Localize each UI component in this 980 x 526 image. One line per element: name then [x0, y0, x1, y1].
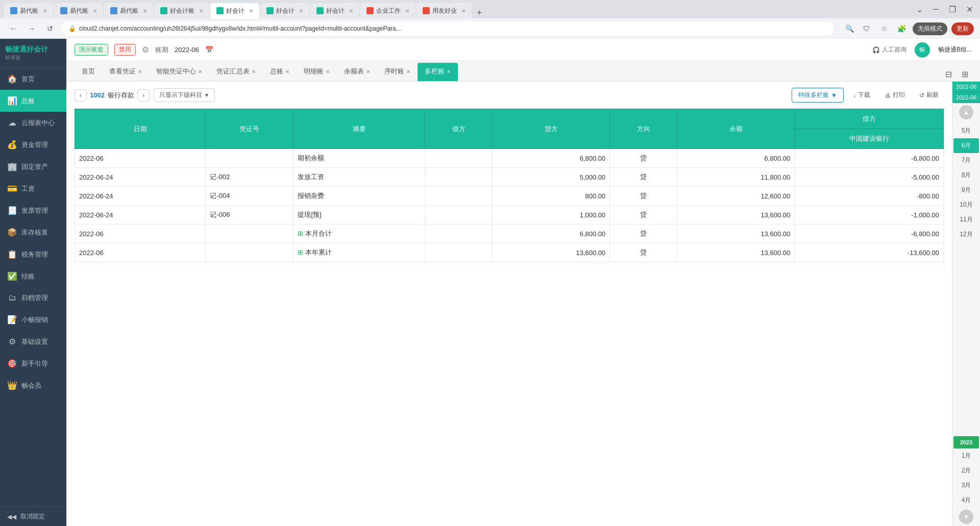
tab-close-5[interactable]: ✕ — [249, 8, 253, 14]
sidebar-item-salary[interactable]: 💳 工资 — [0, 178, 66, 199]
filter-dropdown-button[interactable]: 只显示下级科目 ▼ — [154, 88, 215, 102]
month-item[interactable]: 7月 — [952, 153, 980, 168]
tab-list-button[interactable]: ⌄ — [913, 4, 926, 15]
topbar-settings-icon[interactable]: ⚙ — [142, 45, 149, 55]
nav-tab-multi-column[interactable]: 多栏账 ✕ — [418, 63, 458, 81]
nav-tab-voucher-summary[interactable]: 凭证汇总表 ✕ — [209, 63, 263, 81]
extensions-icon-btn[interactable]: 🧩 — [894, 21, 909, 36]
refresh-button[interactable]: ↺ 刷新 — [914, 88, 944, 102]
nav-tab-sequence[interactable]: 序时账 ✕ — [377, 63, 418, 81]
sidebar-item-inventory[interactable]: 📦 库存核算 — [0, 221, 66, 243]
month-item-2023[interactable]: 1月 — [952, 448, 980, 463]
restore-button[interactable]: ❐ — [946, 4, 959, 15]
tab-haokuaiji-4[interactable]: 好会计 ✕ — [310, 3, 359, 18]
nav-tab-balance[interactable]: 余额表 ✕ — [337, 63, 377, 81]
tab-yidazhang-2[interactable]: 易代账 ✕ — [54, 3, 103, 18]
refresh-button[interactable]: ↺ — [43, 21, 57, 36]
nav-tab-bal-close[interactable]: ✕ — [366, 69, 370, 74]
back-button[interactable]: ← — [6, 21, 20, 36]
nav-tab-smart-close[interactable]: ✕ — [198, 69, 202, 74]
next-account-button[interactable]: › — [137, 89, 150, 102]
cell-voucher-1[interactable]: 记-002 — [206, 168, 293, 187]
nav-tab-voucher[interactable]: 查看凭证 ✕ — [102, 63, 149, 81]
cell-voucher-2[interactable]: 记-004 — [206, 187, 293, 206]
disabled-badge[interactable]: 禁用 — [114, 44, 136, 56]
sidebar-item-guide[interactable]: 🎯 新手引导 — [0, 353, 66, 374]
prev-account-button[interactable]: ‹ — [75, 89, 87, 102]
tab-close-3[interactable]: ✕ — [143, 8, 147, 14]
tab-qiyegongzuo[interactable]: 企业工作 ✕ — [360, 3, 415, 18]
sidebar-item-member[interactable]: 👑 畅会员 — [0, 374, 66, 396]
sidebar-item-assets[interactable]: 🏢 固定资产 — [0, 156, 66, 178]
no-trace-button[interactable]: 无痕模式 — [913, 22, 947, 35]
tab-close-9[interactable]: ✕ — [461, 8, 465, 14]
month-item[interactable]: 5月 — [952, 123, 980, 138]
forward-button[interactable]: → — [24, 21, 39, 36]
nav-tab-voucher-close[interactable]: ✕ — [138, 69, 142, 74]
month-item[interactable]: 9月 — [952, 183, 980, 197]
tab-close-4[interactable]: ✕ — [199, 8, 203, 14]
cell-voucher-3[interactable]: 记-006 — [206, 206, 293, 224]
cell-date-5: 2022-06 — [75, 243, 206, 262]
nav-tab-home[interactable]: 首页 — [75, 63, 102, 81]
tab-haokuaiji-3[interactable]: 好会计 ✕ — [260, 3, 309, 18]
nav-tab-seq-close[interactable]: ✕ — [406, 69, 410, 74]
update-button[interactable]: 更新 — [951, 22, 974, 35]
tab-close-8[interactable]: ✕ — [405, 8, 409, 14]
month-item-2023[interactable]: 3月 — [952, 478, 980, 493]
address-input[interactable]: 🔒 cloud2.chanjet.com/accounting/uh26t264… — [61, 21, 834, 36]
sidebar-item-tax[interactable]: 📋 税务管理 — [0, 243, 66, 265]
help-button[interactable]: 🎧 人工咨询 — [872, 45, 906, 54]
minimize-button[interactable]: ─ — [930, 4, 942, 15]
nav-tab-vsum-close[interactable]: ✕ — [252, 69, 256, 74]
unpin-button[interactable]: ◀◀ 取消固定 — [0, 507, 66, 526]
month-item[interactable]: 12月 — [952, 227, 980, 242]
download-button[interactable]: ↓ 下载 — [848, 88, 875, 102]
sidebar-item-archive[interactable]: 🗂 归档管理 — [0, 287, 66, 309]
shield-icon-btn[interactable]: 🛡 — [860, 21, 874, 36]
month-scroll-down-button[interactable]: ▼ — [959, 510, 973, 524]
expand-panel-button[interactable]: ⊞ — [958, 67, 972, 81]
nav-tab-dl-close[interactable]: ✕ — [326, 69, 330, 74]
month-item[interactable]: 8月 — [952, 168, 980, 183]
tab-favicon-2 — [60, 7, 67, 14]
sidebar-item-closing[interactable]: ✅ 结账 — [0, 265, 66, 287]
topbar-right: 🎧 人工咨询 畅 畅捷通B组... — [872, 42, 972, 58]
tab-close-6[interactable]: ✕ — [299, 8, 303, 14]
close-window-button[interactable]: ✕ — [963, 4, 976, 15]
tab-close-7[interactable]: ✕ — [349, 8, 353, 14]
tab-haokuaiji-1[interactable]: 好会计账 ✕ — [154, 3, 209, 18]
sidebar-item-cash[interactable]: 💰 资金管理 — [0, 134, 66, 156]
month-item-2023[interactable]: 2月 — [952, 463, 980, 478]
sidebar-item-settings[interactable]: ⚙ 基础设置 — [0, 331, 66, 353]
search-icon-btn[interactable]: 🔍 — [842, 21, 856, 36]
special-column-button[interactable]: 特殊多栏账 ▼ — [792, 88, 844, 103]
sidebar-item-home[interactable]: 🏠 首页 — [0, 68, 66, 90]
sidebar-item-expense[interactable]: 📝 小畅报销 — [0, 309, 66, 331]
month-item[interactable]: 6月 — [953, 138, 979, 153]
tab-close-1[interactable]: ✕ — [43, 8, 47, 14]
month-item[interactable]: 11月 — [952, 212, 980, 227]
month-item-2023[interactable]: 4月 — [952, 493, 980, 508]
tab-haokuaiji-2-active[interactable]: 好会计 ✕ — [210, 3, 259, 18]
star-icon-btn[interactable]: ☆ — [877, 21, 891, 36]
nav-tab-general-ledger[interactable]: 总账 ✕ — [263, 63, 297, 81]
collapse-panel-button[interactable]: ⊟ — [941, 67, 955, 81]
sidebar-item-invoice[interactable]: 🧾 发票管理 — [0, 199, 66, 221]
tab-close-2[interactable]: ✕ — [93, 8, 97, 14]
sidebar-item-reports[interactable]: ☁ 云报表中心 — [0, 112, 66, 134]
nav-tab-mc-close[interactable]: ✕ — [447, 69, 451, 74]
nav-tab-gl-close[interactable]: ✕ — [285, 69, 289, 74]
logo-sub: 标准版 — [5, 54, 61, 61]
tab-yidazhang-3[interactable]: 易代账 ✕ — [104, 3, 153, 18]
month-scroll-up-button[interactable]: ▲ — [959, 105, 973, 119]
calendar-icon[interactable]: 📅 — [205, 46, 213, 54]
print-button[interactable]: 🖨 打印 — [879, 88, 910, 102]
sidebar-item-ledger[interactable]: 📊 总账 — [0, 90, 66, 112]
new-tab-button[interactable]: + — [473, 8, 486, 18]
tab-yidazhang-1[interactable]: 易代账 ✕ — [4, 3, 53, 18]
nav-tab-smart-voucher[interactable]: 智能凭证中心 ✕ — [149, 63, 209, 81]
tab-yongyou[interactable]: 用友好业 ✕ — [416, 3, 472, 18]
nav-tab-detail-ledger[interactable]: 明细账 ✕ — [297, 63, 337, 81]
month-item[interactable]: 10月 — [952, 197, 980, 212]
